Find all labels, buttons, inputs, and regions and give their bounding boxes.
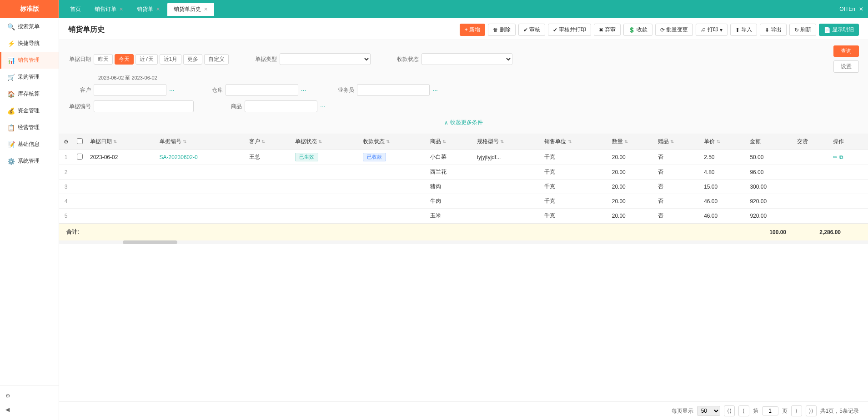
th-date[interactable]: 单据日期 ⇅ — [86, 134, 156, 150]
import-button[interactable]: ⬆ 导入 — [730, 24, 757, 36]
goods-select-icon[interactable]: ··· — [320, 103, 326, 110]
collapse-button[interactable]: ∧ 收起更多条件 — [68, 117, 859, 128]
tab-bar: 首页 销售订单 ✕ 销货单 ✕ 销货单历史 ✕ OfTEn ✕ — [59, 0, 868, 18]
last-page-button[interactable]: ⟩⟩ — [806, 405, 817, 416]
sidebar-item-operation-mgmt[interactable]: 📋 经营管理 — [0, 119, 59, 136]
row-docstatus-0: 已生效 — [291, 150, 359, 165]
payment-status-select[interactable] — [421, 53, 512, 65]
salesperson-input[interactable] — [357, 84, 430, 96]
th-unit[interactable]: 销售单位 ⇅ — [541, 134, 608, 150]
sidebar-item-capital-mgmt[interactable]: 💰 资金管理 — [0, 102, 59, 119]
customer-input[interactable] — [94, 84, 166, 96]
topbar-close-icon[interactable]: ✕ — [859, 6, 863, 12]
date-btn-today[interactable]: 今天 — [115, 54, 134, 65]
warehouse-select-icon[interactable]: ··· — [301, 86, 306, 94]
docno-input[interactable] — [94, 100, 194, 112]
settings-button[interactable]: 设置 — [833, 60, 859, 73]
audit-print-button[interactable]: ✔ 审核并打印 — [548, 24, 591, 36]
row-docno-2[interactable] — [156, 180, 246, 194]
sidebar-item-quick-nav[interactable]: ⚡ 快捷导航 — [0, 35, 59, 52]
sidebar-item-basic-info[interactable]: 📝 基础信息 — [0, 136, 59, 153]
page-size-select[interactable]: 50 100 200 — [697, 406, 720, 416]
row-price-0: 2.50 — [700, 150, 746, 165]
row-check-3[interactable] — [73, 194, 86, 209]
th-doc-status[interactable]: 单据状态 ⇅ — [291, 134, 359, 150]
salesperson-select-icon[interactable]: ··· — [432, 86, 438, 94]
sidebar-item-search-menu[interactable]: 🔍 搜索菜单 — [0, 18, 59, 35]
action-copy-0[interactable]: ⧉ — [839, 154, 843, 160]
batch-change-button[interactable]: ⟳ 批量变更 — [655, 24, 693, 36]
action-edit-0[interactable]: ✏ — [833, 154, 838, 160]
th-price[interactable]: 单价 ⇅ — [700, 134, 746, 150]
tab-sales-delivery-close[interactable]: ✕ — [156, 6, 160, 12]
delete-button[interactable]: 🗑 删除 — [488, 24, 516, 36]
print-dropdown-icon: ▾ — [720, 27, 722, 33]
date-btn-yesterday[interactable]: 昨天 — [94, 54, 113, 65]
th-spec[interactable]: 规格型号 ⇅ — [473, 134, 541, 150]
select-all-checkbox[interactable] — [77, 138, 83, 144]
horizontal-scrollbar[interactable] — [59, 240, 868, 244]
sidebar-item-sales-mgmt[interactable]: 📊 销售管理 — [0, 52, 59, 69]
th-gift[interactable]: 赠品 ⇅ — [654, 134, 700, 150]
row-amount-3: 920.00 — [746, 194, 793, 209]
row-check-2[interactable] — [73, 180, 86, 194]
export-button[interactable]: ⬇ 导出 — [760, 24, 787, 36]
tab-sales-order[interactable]: 销售订单 ✕ — [88, 3, 130, 16]
table-area: ⚙ 单据日期 ⇅ 单据编号 ⇅ 客户 ⇅ 单据状态 ⇅ 收款状态 ⇅ 商品 ⇅ … — [59, 134, 868, 401]
first-page-button[interactable]: ⟨⟨ — [724, 405, 735, 416]
sidebar-item-inventory-calc[interactable]: 🏠 库存核算 — [0, 85, 59, 102]
goods-input[interactable] — [245, 100, 317, 112]
refresh-button[interactable]: ↻ 刷新 — [789, 24, 816, 36]
warehouse-input[interactable] — [226, 84, 298, 96]
th-checkbox[interactable] — [73, 134, 86, 150]
row-checkbox-0[interactable] — [77, 154, 83, 160]
display-detail-button[interactable]: 📄 显示明细 — [819, 24, 859, 36]
tab-sales-order-close[interactable]: ✕ — [119, 6, 123, 12]
date-btn-7days[interactable]: 近7天 — [135, 54, 158, 65]
sort-unit-icon: ⇅ — [568, 139, 572, 144]
sidebar-item-purchase-mgmt[interactable]: 🛒 采购管理 — [0, 69, 59, 85]
table-row: 3 猪肉 千克 20.00 否 15.00 300.00 — [59, 180, 868, 194]
footer-total-qty: 100.00 — [750, 229, 804, 235]
date-btn-custom[interactable]: 自定义 — [204, 54, 229, 65]
date-btn-more[interactable]: 更多 — [183, 54, 202, 65]
row-check-1[interactable] — [73, 165, 86, 180]
sidebar-item-system-mgmt[interactable]: ⚙️ 系统管理 — [0, 153, 59, 170]
th-pay-status[interactable]: 收款状态 ⇅ — [359, 134, 427, 150]
th-qty[interactable]: 数量 ⇅ — [608, 134, 654, 150]
th-gear[interactable]: ⚙ — [59, 134, 73, 150]
query-button[interactable]: 查询 — [833, 45, 859, 57]
th-docno[interactable]: 单据编号 ⇅ — [156, 134, 246, 150]
sidebar-bottom-collapse[interactable]: ◀ — [0, 403, 59, 416]
prev-page-button[interactable]: ⟨ — [738, 405, 749, 416]
row-paystatus-1 — [359, 165, 427, 180]
scrollbar-thumb[interactable] — [123, 240, 177, 244]
filter-doc-type: 单据类型 — [254, 53, 371, 65]
tab-home[interactable]: 首页 — [64, 3, 87, 16]
print-button[interactable]: 🖨 打印 ▾ — [696, 24, 728, 36]
th-customer[interactable]: 客户 ⇅ — [246, 134, 291, 150]
audit-button[interactable]: ✔ 审核 — [518, 24, 545, 36]
data-table: ⚙ 单据日期 ⇅ 单据编号 ⇅ 客户 ⇅ 单据状态 ⇅ 收款状态 ⇅ 商品 ⇅ … — [59, 134, 868, 223]
row-docno-0[interactable]: SA-20230602-0 — [156, 150, 246, 165]
row-check-0[interactable] — [73, 150, 86, 165]
th-goods[interactable]: 商品 ⇅ — [426, 134, 473, 150]
row-docno-1[interactable] — [156, 165, 246, 180]
date-btn-1month[interactable]: 近1月 — [160, 54, 182, 65]
collect-button[interactable]: 💲 收款 — [623, 24, 652, 36]
customer-select-icon[interactable]: ··· — [169, 86, 175, 94]
row-spec-2 — [473, 180, 541, 194]
tab-sales-delivery[interactable]: 销货单 ✕ — [130, 3, 166, 16]
row-docno-4[interactable] — [156, 209, 246, 223]
row-docno-3[interactable] — [156, 194, 246, 209]
row-check-4[interactable] — [73, 209, 86, 223]
tab-sales-history[interactable]: 销货单历史 ✕ — [167, 3, 214, 16]
sidebar-bottom-settings[interactable]: ⚙ — [0, 389, 59, 403]
new-button[interactable]: + 新增 — [460, 24, 485, 36]
doc-type-select[interactable] — [280, 53, 371, 65]
th-action: 操作 — [829, 134, 868, 150]
abandon-button[interactable]: ✖ 弃审 — [594, 24, 621, 36]
tab-sales-history-close[interactable]: ✕ — [204, 6, 208, 12]
next-page-button[interactable]: ⟩ — [791, 405, 802, 416]
page-number-input[interactable] — [762, 406, 778, 415]
